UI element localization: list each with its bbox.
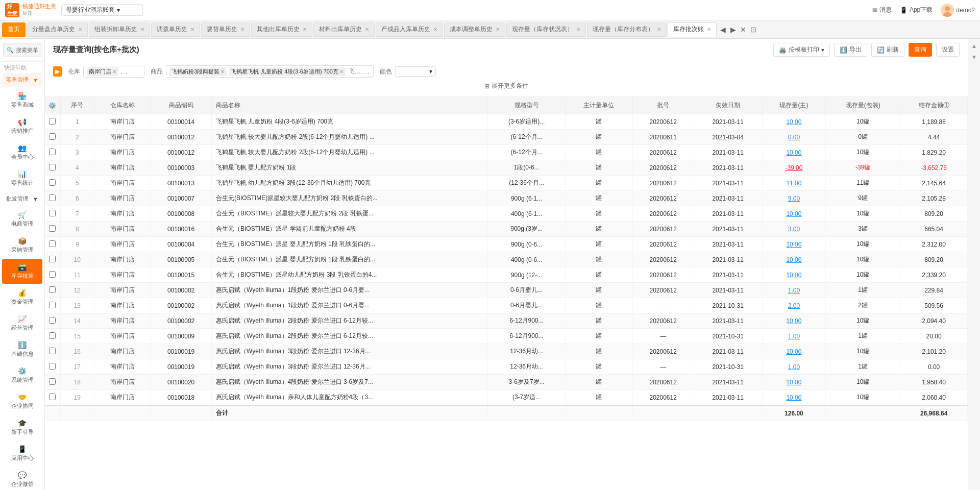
tab-tiaopo[interactable]: 调拨单历史 ✕ [151,22,200,37]
message-btn[interactable]: ✉ 消息 [872,6,892,14]
row-select-checkbox[interactable] [49,133,56,140]
row-qty-main[interactable]: 10.00 [762,237,825,252]
color-filter-input[interactable]: ▾ [395,66,436,77]
row-checkbox[interactable] [45,145,60,160]
row-qty-main[interactable]: 11.00 [762,176,825,191]
row-checkbox[interactable] [45,267,60,283]
warehouse-tag-container[interactable]: 南岸门店 ✕ … [83,66,144,78]
row-select-checkbox[interactable] [49,378,56,385]
sidebar-item-lingshoul[interactable]: 零售管理 ▼ [2,73,42,87]
sidebar-item-lingshous[interactable]: 🏪 零售商城 [2,88,42,113]
tab-xianzailiang1-close[interactable]: ✕ [576,27,580,32]
rs-up-btn[interactable]: ▲ [969,41,979,51]
row-select-checkbox[interactable] [49,271,56,278]
account-dropdown[interactable]: 母婴行业演示账套 ▾ [61,4,143,16]
tab-zuche-close[interactable]: ✕ [140,27,144,32]
tab-xianzailiang2[interactable]: 现存量（库存分布表） ✕ [587,22,667,37]
product-more-dots[interactable]: … [363,67,370,76]
row-checkbox[interactable] [45,344,60,359]
settings-btn[interactable]: 设置 [936,43,960,57]
tab-qitachuku[interactable]: 其他出库单历史 ✕ [251,22,312,37]
tab-chengpin[interactable]: 产成品入库单历史 ✕ [376,22,443,37]
row-checkbox[interactable] [45,160,60,176]
query-btn[interactable]: 查询 [909,43,932,57]
row-checkbox[interactable] [45,222,60,237]
tab-xianzailiang1[interactable]: 现存量（库存状况表） ✕ [506,22,586,37]
row-select-checkbox[interactable] [49,118,56,125]
warehouse-more-dots[interactable]: … [120,67,128,76]
row-select-checkbox[interactable] [49,363,56,370]
row-select-checkbox[interactable] [49,286,56,293]
export-btn[interactable]: ⬇️ 导出 [834,43,867,57]
row-select-checkbox[interactable] [49,179,56,186]
tab-chengben-close[interactable]: ✕ [496,27,500,32]
print-btn[interactable]: 🖨️ 按模板打印 ▾ [773,43,830,57]
rs-down-btn[interactable]: ▼ [969,52,979,62]
row-qty-main[interactable]: 10.00 [762,313,825,329]
tab-home[interactable]: 首页 [2,22,26,37]
row-select-checkbox[interactable] [49,302,56,308]
row-checkbox[interactable] [45,313,60,329]
row-select-checkbox[interactable] [49,210,56,216]
row-qty-main[interactable]: 10.00 [762,344,825,359]
tab-kucunpici[interactable]: 库存批次账 ✕ [668,22,717,37]
sidebar-item-diangshang[interactable]: 🛒 电商管理 [2,207,42,232]
tab-yaohuo-close[interactable]: ✕ [240,27,244,32]
product-tag-1-close[interactable]: ✕ [220,69,225,75]
product-tag-2-close[interactable]: ✕ [339,69,344,75]
tab-cailiao[interactable]: 材料出库单历史 ✕ [313,22,375,37]
sidebar-item-qiyeweixin[interactable]: 💬 企业微信 [2,467,42,490]
row-qty-main[interactable]: 10.00 [762,145,825,160]
tab-tiaopo-close[interactable]: ✕ [190,27,194,32]
sidebar-item-jichu[interactable]: ℹ️ 基础信息 [2,337,42,362]
row-qty-main[interactable]: 1.00 [762,359,825,375]
sidebar-item-yingyong[interactable]: 📱 应用中心 [2,441,42,466]
expand-more-btn[interactable]: ⊞ 展开更多条件 [53,80,960,92]
row-select-checkbox[interactable] [49,240,56,247]
sidebar-item-pifa[interactable]: 批发管理 ▼ [2,192,42,206]
tab-kucunpici-close[interactable]: ✕ [707,27,711,32]
search-menu-btn[interactable]: 🔍 搜索菜单 [3,43,41,57]
row-checkbox[interactable] [45,130,60,145]
row-checkbox[interactable] [45,375,60,390]
col-gear[interactable]: ⚙️ [45,97,60,114]
row-checkbox[interactable] [45,298,60,313]
tab-qitachuku-close[interactable]: ✕ [303,27,307,32]
sidebar-item-yingxiao[interactable]: 📢 营销推广 [2,114,42,139]
row-qty-main[interactable]: 10.00 [762,252,825,267]
refresh-btn[interactable]: 🔄 刷新 [871,43,904,57]
row-checkbox[interactable] [45,329,60,344]
row-select-checkbox[interactable] [49,256,56,262]
row-qty-main[interactable]: 10.00 [762,375,825,390]
row-checkbox[interactable] [45,237,60,252]
tab-xianzailiang2-close[interactable]: ✕ [657,27,661,32]
sidebar-item-huiyuan[interactable]: 👥 会员中心 [2,140,42,165]
tab-fenpan-close[interactable]: ✕ [78,27,82,32]
row-qty-main[interactable]: 10.00 [762,390,825,406]
row-checkbox[interactable] [45,283,60,298]
row-checkbox[interactable] [45,252,60,267]
tab-cailiao-close[interactable]: ✕ [365,27,369,32]
row-qty-main[interactable]: 10.00 [762,114,825,130]
row-checkbox[interactable] [45,206,60,222]
tab-more-btn[interactable]: ⊡ [748,22,758,37]
tab-chengben[interactable]: 成本调整单历史 ✕ [444,22,505,37]
row-select-checkbox[interactable] [49,194,56,201]
sidebar-item-xinshou[interactable]: 🎓 新手引导 [2,415,42,440]
row-checkbox[interactable] [45,176,60,191]
row-qty-main[interactable]: 1.00 [762,329,825,344]
sidebar-item-zijin[interactable]: 💰 资金管理 [2,285,42,310]
row-qty-main[interactable]: 10.00 [762,267,825,283]
row-select-checkbox[interactable] [49,394,56,400]
tab-chengpin-close[interactable]: ✕ [433,27,437,32]
row-select-checkbox[interactable] [49,164,56,170]
tab-yaohuo[interactable]: 要货单历史 ✕ [201,22,250,37]
row-qty-main[interactable]: 2.00 [762,298,825,313]
sidebar-item-jingying[interactable]: 📈 经营管理 [2,311,42,336]
user-profile[interactable]: demo2 [941,4,975,17]
sidebar-item-caigou[interactable]: 📦 采购管理 [2,233,42,258]
tab-fenpan[interactable]: 分量盘点单历史 ✕ [27,22,88,37]
sidebar-item-xitong[interactable]: ⚙️ 系统管理 [2,363,42,388]
tab-next-btn[interactable]: ▶ [728,22,738,37]
row-checkbox[interactable] [45,390,60,406]
